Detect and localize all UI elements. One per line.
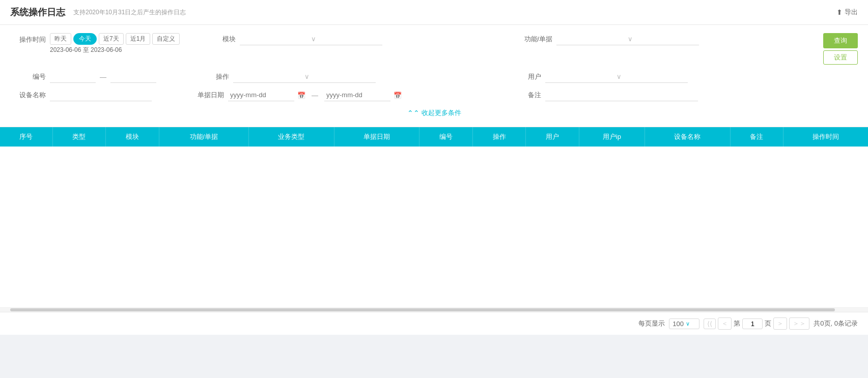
operation-select[interactable]: ∨ bbox=[233, 71, 376, 83]
page-number-input[interactable] bbox=[742, 318, 763, 329]
calendar-icon-to[interactable]: 📅 bbox=[394, 92, 402, 99]
page-label: 第 bbox=[734, 319, 740, 328]
number-dash: — bbox=[100, 73, 106, 81]
module-chevron-icon: ∨ bbox=[311, 35, 380, 43]
func-select[interactable]: ∨ bbox=[556, 33, 699, 45]
col-voucher-date: 单据日期 bbox=[334, 127, 419, 147]
module-select[interactable]: ∨ bbox=[240, 33, 382, 45]
voucher-date-to[interactable] bbox=[324, 89, 390, 101]
table-header-row: 序号 类型 模块 功能/单据 业务类型 单据日期 编号 操作 用户 用户ip 设… bbox=[0, 127, 868, 147]
last-page-button[interactable]: ＞＞ bbox=[789, 317, 809, 330]
scrollbar-thumb[interactable] bbox=[10, 308, 835, 311]
per-page-label: 每页显示 bbox=[638, 319, 665, 328]
col-device: 设备名称 bbox=[645, 127, 730, 147]
time-btn-7days[interactable]: 近7天 bbox=[99, 33, 124, 45]
empty-area bbox=[4, 151, 864, 303]
user-label: 用户 bbox=[506, 72, 541, 81]
page-title: 系统操作日志 bbox=[10, 6, 65, 18]
col-seq: 序号 bbox=[0, 127, 52, 147]
col-user: 用户 bbox=[526, 127, 579, 147]
operation-label: 操作 bbox=[193, 72, 229, 81]
func-label: 功能/单据 bbox=[517, 35, 552, 44]
export-button[interactable]: ⬆ 导出 bbox=[836, 8, 858, 17]
data-table: 序号 类型 模块 功能/单据 业务类型 单据日期 编号 操作 用户 用户ip 设… bbox=[0, 127, 868, 308]
col-module: 模块 bbox=[106, 127, 159, 147]
export-icon: ⬆ bbox=[836, 8, 843, 16]
page-unit: 页 bbox=[765, 319, 771, 328]
collapse-label: 收起更多条件 bbox=[422, 108, 461, 118]
col-operation: 操作 bbox=[472, 127, 525, 147]
total-label: 共0页, 0条记录 bbox=[814, 319, 858, 328]
number-label: 编号 bbox=[10, 72, 46, 81]
col-number: 编号 bbox=[419, 127, 472, 147]
settings-button[interactable]: 设置 bbox=[823, 50, 858, 65]
number-input-from[interactable] bbox=[50, 71, 96, 83]
voucher-date-range: 📅 — 📅 bbox=[228, 89, 402, 101]
table-area: 序号 类型 模块 功能/单据 业务类型 单据日期 编号 操作 用户 用户ip 设… bbox=[0, 127, 868, 308]
page-nav: ⟨⟨ ＜ 第 页 ＞ ＞＞ bbox=[704, 317, 809, 330]
collapse-bar[interactable]: ⌃⌃ 收起更多条件 bbox=[10, 105, 858, 123]
voucher-date-from[interactable] bbox=[228, 89, 294, 101]
action-buttons: 查询 设置 bbox=[823, 33, 858, 65]
collapse-arrow-icon: ⌃⌃ bbox=[407, 109, 419, 117]
voucher-date-dash: — bbox=[312, 92, 318, 99]
time-btn-yesterday[interactable]: 昨天 bbox=[50, 33, 71, 45]
per-page-value: 100 bbox=[673, 320, 684, 328]
col-op-time: 操作时间 bbox=[783, 127, 868, 147]
time-btn-custom[interactable]: 自定义 bbox=[152, 33, 180, 45]
next-page-button[interactable]: ＞ bbox=[773, 317, 787, 330]
page-subtitle: 支持2020年10月31日之后产生的操作日志 bbox=[73, 8, 186, 17]
time-filter-group: 昨天 今天 近7天 近1月 自定义 2023-06-06 至 2023-06-0… bbox=[50, 33, 180, 54]
user-select[interactable]: ∨ bbox=[545, 71, 688, 83]
remark-label: 备注 bbox=[506, 91, 541, 100]
per-page-chevron-icon: ∨ bbox=[686, 321, 690, 327]
prev-page-button[interactable]: ＜ bbox=[718, 317, 732, 330]
query-button[interactable]: 查询 bbox=[823, 33, 858, 48]
time-label: 操作时间 bbox=[10, 33, 46, 44]
pagination-area: 每页显示 100 ∨ ⟨⟨ ＜ 第 页 ＞ ＞＞ 共0页, 0条记录 bbox=[0, 312, 868, 335]
date-range-display: 2023-06-06 至 2023-06-06 bbox=[50, 46, 180, 54]
time-btn-today[interactable]: 今天 bbox=[73, 33, 97, 45]
remark-input[interactable] bbox=[545, 89, 698, 101]
func-chevron-icon: ∨ bbox=[628, 35, 697, 43]
col-remark: 备注 bbox=[730, 127, 783, 147]
voucher-date-label: 单据日期 bbox=[193, 91, 224, 100]
device-input[interactable] bbox=[50, 89, 152, 101]
user-chevron-icon: ∨ bbox=[617, 73, 686, 80]
col-type: 类型 bbox=[52, 127, 105, 147]
time-btn-1month[interactable]: 近1月 bbox=[126, 33, 151, 45]
per-page-select[interactable]: 100 ∨ bbox=[669, 318, 699, 329]
operation-chevron-icon: ∨ bbox=[304, 73, 374, 80]
calendar-icon-from[interactable]: 📅 bbox=[297, 92, 305, 99]
device-label: 设备名称 bbox=[10, 91, 46, 100]
page-header: 系统操作日志 支持2020年10月31日之后产生的操作日志 ⬆ 导出 bbox=[0, 0, 868, 25]
time-selector: 昨天 今天 近7天 近1月 自定义 bbox=[50, 33, 180, 45]
col-user-ip: 用户ip bbox=[579, 127, 645, 147]
filter-area: 操作时间 昨天 今天 近7天 近1月 自定义 2023-06-06 至 2023… bbox=[0, 25, 868, 127]
empty-row bbox=[0, 147, 868, 308]
number-input-to[interactable] bbox=[110, 71, 156, 83]
col-func: 功能/单据 bbox=[159, 127, 248, 147]
first-page-button[interactable]: ⟨⟨ bbox=[704, 318, 716, 329]
module-label: 模块 bbox=[200, 35, 236, 44]
col-biz-type: 业务类型 bbox=[249, 127, 334, 147]
horizontal-scrollbar[interactable] bbox=[0, 308, 868, 312]
